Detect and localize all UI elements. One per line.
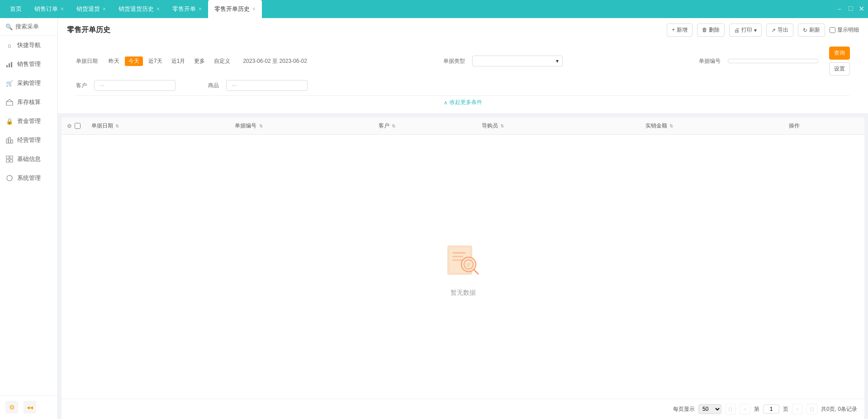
col-no-sort-icon: ⇅ (259, 123, 263, 128)
tab-sales-return-history-close[interactable]: × (157, 6, 160, 12)
sidebar-item-system[interactable]: 系统管理 (0, 169, 57, 188)
page-title: 零售开单历史 (67, 25, 110, 35)
svg-rect-1 (9, 63, 10, 67)
sidebar-item-basic-info[interactable]: 基础信息 (0, 150, 57, 169)
order-type-select[interactable]: ▾ (472, 56, 563, 66)
print-button[interactable]: 🖨 打印 ▾ (729, 24, 762, 37)
col-amount[interactable]: 实销金额 ⇅ (640, 118, 783, 135)
svg-rect-7 (6, 156, 9, 159)
search-icon: 🔍 (5, 24, 13, 30)
minimize-button[interactable]: － (836, 5, 843, 14)
settings-icon-btn[interactable]: ⚙ (5, 401, 18, 414)
current-page-input[interactable] (763, 405, 779, 414)
refresh-button[interactable]: ↻ 刷新 (798, 24, 825, 37)
select-all-checkbox[interactable] (75, 123, 81, 129)
sidebar-item-inventory[interactable]: 库存核算 (0, 93, 57, 112)
print-label: 打印 (741, 26, 752, 34)
settings-button[interactable]: 设置 (829, 62, 850, 75)
sidebar-item-sales-mgmt[interactable]: 销售管理 (0, 55, 57, 74)
svg-rect-8 (10, 156, 13, 159)
sidebar-bottom: ⚙ ◂◂ (0, 395, 57, 419)
col-date-sort-icon: ⇅ (115, 123, 119, 128)
order-no-input[interactable] (728, 59, 818, 63)
date-btn-custom[interactable]: 自定义 (210, 56, 234, 66)
last-page-btn[interactable]: ⟩⟩ (806, 404, 817, 414)
operations-icon (5, 136, 14, 144)
close-button[interactable]: ✕ (859, 5, 864, 14)
show-detail-input[interactable] (830, 27, 835, 33)
col-date[interactable]: 单据日期 ⇅ (86, 118, 229, 135)
col-date-label: 单据日期 (91, 122, 113, 129)
sidebar-item-quick-nav[interactable]: ⌂ 快捷导航 (0, 36, 57, 55)
col-customer[interactable]: 客户 ⇅ (373, 118, 476, 135)
empty-text: 暂无数据 (451, 289, 476, 297)
show-detail-checkbox[interactable]: 显示明细 (830, 26, 859, 34)
date-btn-last7[interactable]: 近7天 (145, 56, 166, 66)
sidebar-item-inventory-label: 库存核算 (17, 98, 41, 106)
tab-sales-return[interactable]: 销货退货 × (70, 0, 112, 18)
refresh-icon: ↻ (803, 27, 807, 33)
per-page-select[interactable]: 50 10 20 100 (698, 404, 721, 414)
order-no-label: 单据编号 (699, 57, 721, 65)
add-button[interactable]: + 新增 (667, 24, 692, 37)
filter-area: 单据日期 昨天 今天 近7天 近1月 更多 自定义 2023-06-02 至 2… (67, 42, 859, 113)
window-buttons: － □ ✕ (836, 5, 864, 14)
tab-retail-open-history-close[interactable]: × (252, 6, 256, 12)
tab-sales-order[interactable]: 销售订单 × (28, 0, 70, 18)
tab-home-label: 首页 (10, 5, 22, 13)
svg-rect-6 (11, 140, 13, 143)
tab-retail-open[interactable]: 零售开单 × (166, 0, 208, 18)
svg-rect-20 (466, 264, 471, 264)
tab-sales-return-history[interactable]: 销货退货历史 × (112, 0, 166, 18)
chart-icon (5, 60, 14, 68)
page-header: 零售开单历史 + 新增 🗑 删除 🖨 打印 ▾ ↗ 导出 ↻ (58, 18, 868, 114)
tab-retail-open-history[interactable]: 零售开单历史 × (208, 0, 262, 18)
date-btn-today[interactable]: 今天 (125, 56, 143, 66)
prev-page-btn[interactable]: ＜ (740, 404, 750, 414)
sidebar-search[interactable]: 🔍 搜索采单 (0, 18, 57, 36)
col-empty (600, 118, 640, 135)
date-btn-last-month[interactable]: 近1月 (168, 56, 189, 66)
query-button[interactable]: 查询 (829, 47, 850, 60)
collapse-sidebar-btn[interactable]: ◂◂ (24, 401, 36, 414)
svg-rect-9 (6, 160, 9, 162)
col-action: 操作 (783, 118, 864, 135)
tab-sales-return-close[interactable]: × (103, 6, 106, 12)
total-label: 共0页, 0条记录 (821, 405, 857, 413)
sidebar-item-basic-info-label: 基础信息 (17, 155, 41, 163)
tab-retail-open-close[interactable]: × (199, 6, 202, 12)
next-page-btn[interactable]: ＞ (792, 404, 803, 414)
first-page-btn[interactable]: ⟨⟨ (725, 404, 736, 414)
tab-retail-open-label: 零售开单 (172, 5, 196, 13)
tab-sales-return-history-label: 销货退货历史 (119, 5, 154, 13)
sidebar-item-finance[interactable]: 🔒 资金管理 (0, 112, 57, 131)
col-customer-label: 客户 (379, 122, 389, 129)
col-customer-sort-icon: ⇅ (392, 123, 395, 128)
sidebar-item-operations[interactable]: 经营管理 (0, 131, 57, 150)
sidebar-item-quick-nav-label: 快捷导航 (17, 41, 41, 49)
export-button[interactable]: ↗ 导出 (766, 24, 793, 37)
shopping-icon: 🛒 (5, 79, 14, 87)
col-no[interactable]: 单据编号 ⇅ (229, 118, 373, 135)
tab-sales-order-close[interactable]: × (61, 6, 64, 12)
sidebar-item-sales-mgmt-label: 销售管理 (17, 60, 41, 68)
goods-label: 商品 (208, 82, 219, 89)
sidebar: 🔍 搜索采单 ⌂ 快捷导航 销售管理 🛒 采购管理 (0, 18, 58, 419)
sidebar-item-system-label: 系统管理 (17, 174, 41, 182)
date-btn-yesterday[interactable]: 昨天 (105, 56, 123, 66)
customer-input[interactable]: ··· (94, 80, 175, 91)
col-guide[interactable]: 导购员 ⇅ (476, 118, 600, 135)
goods-input[interactable]: ··· (226, 80, 308, 91)
show-detail-label: 显示明细 (837, 26, 859, 34)
delete-button[interactable]: 🗑 删除 (697, 24, 725, 37)
maximize-button[interactable]: □ (849, 5, 853, 14)
date-btn-more[interactable]: 更多 (190, 56, 209, 66)
collapse-filter-btn[interactable]: ∧ 收起更多条件 (76, 95, 850, 109)
tab-sales-order-label: 销售订单 (34, 5, 58, 13)
sidebar-item-purchase-mgmt[interactable]: 🛒 采购管理 (0, 74, 57, 93)
tab-home[interactable]: 首页 (4, 0, 28, 18)
export-label: 导出 (778, 26, 788, 34)
table-settings-icon[interactable]: ⚙ (67, 123, 72, 129)
tab-retail-open-history-label: 零售开单历史 (214, 5, 250, 13)
svg-rect-3 (6, 102, 13, 105)
